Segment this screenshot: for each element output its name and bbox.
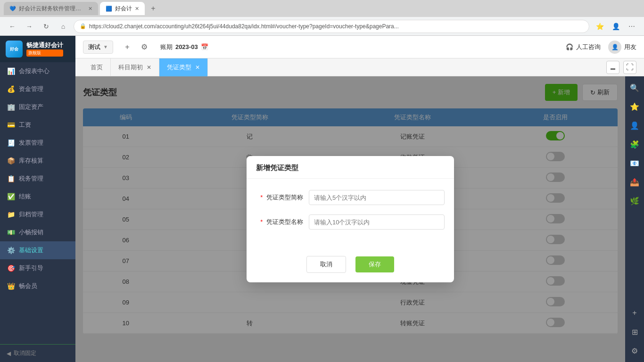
right-gear-button[interactable]: ⚙: [627, 343, 642, 358]
settings-icon: ⚙️: [7, 246, 15, 255]
sidebar: 好会 畅捷通好会计 旗舰版 📊 会报表中心 💰 资金管理 🏢 固定资产 💳: [0, 36, 75, 362]
address-bar: ← → ↻ ⌂ 🔒 https://cloud2.chanjet.com/acc…: [0, 17, 644, 36]
tab-maximize-button[interactable]: ⛶: [623, 61, 636, 74]
abbr-input[interactable]: [309, 190, 445, 205]
profile-button[interactable]: 👤: [609, 20, 622, 33]
topbar-right: 🎧 人工咨询 👤 用友: [566, 41, 636, 54]
headset-icon: 🎧: [566, 43, 573, 50]
assets-icon: 🏢: [7, 103, 15, 111]
browser-tab-2[interactable]: 🟦 好会计 ✕: [100, 2, 145, 15]
right-share-button[interactable]: 📤: [627, 174, 642, 189]
abbr-label: * 凭证类型简称: [256, 193, 303, 202]
form-row-name: * 凭证类型名称: [256, 214, 445, 230]
unpin-button[interactable]: ◀ 取消固定: [0, 344, 75, 362]
name-label: * 凭证类型名称: [256, 218, 303, 226]
lock-icon: 🔒: [80, 23, 86, 29]
user-button[interactable]: 👤 用友: [608, 41, 636, 54]
sidebar-item-assets[interactable]: 🏢 固定资产: [0, 98, 75, 116]
browser-tab-1[interactable]: 💙 好会计云财务软件管理系统_会计 ✕: [4, 2, 98, 15]
logo-badge: 旗舰版: [26, 49, 63, 57]
tab-voucher-close[interactable]: ✕: [195, 64, 200, 71]
sidebar-item-expense[interactable]: 💵 小畅报销: [0, 223, 75, 241]
sidebar-menu: 📊 会报表中心 💰 资金管理 🏢 固定资产 💳 工资 🧾 发票管理 📦: [0, 62, 75, 344]
add-button[interactable]: +: [121, 41, 134, 54]
tab-minimize-button[interactable]: 🗕: [606, 61, 619, 74]
tab-voucher[interactable]: 凭证类型 ✕: [159, 58, 208, 76]
modal-footer: 取消 保存: [247, 250, 454, 282]
main-content: 凭证类型 + 新增 ↻ 刷新: [75, 76, 625, 362]
logo-text: 畅捷通好会计: [26, 41, 63, 49]
required-star-1: *: [260, 194, 263, 201]
back-button[interactable]: ←: [6, 20, 19, 33]
cancel-button[interactable]: 取消: [306, 256, 346, 273]
more-button[interactable]: ⋯: [625, 20, 638, 33]
sidebar-item-salary[interactable]: 💳 工资: [0, 116, 75, 134]
topbar-actions: + ⚙: [121, 41, 151, 54]
sidebar-item-inventory[interactable]: 📦 库存核算: [0, 152, 75, 170]
settings-gear-button[interactable]: ⚙: [138, 41, 151, 54]
extensions-button[interactable]: ⭐: [593, 20, 606, 33]
sidebar-item-capital[interactable]: 💰 资金管理: [0, 80, 75, 98]
member-icon: 👑: [7, 282, 15, 290]
browser-tab-bar: 💙 好会计云财务软件管理系统_会计 ✕ 🟦 好会计 ✕ +: [0, 0, 644, 17]
period-info: 账期 2023-03 📅: [160, 43, 208, 51]
sidebar-item-guide[interactable]: 🎯 新手引导: [0, 259, 75, 277]
workspace-selector[interactable]: 测试 ▼: [83, 41, 113, 54]
top-bar: 测试 ▼ + ⚙ 账期 2023-03 📅 🎧 人工咨询 👤 用友: [75, 36, 644, 58]
page-tabs: 首页 科目期初 ✕ 凭证类型 ✕ 🗕 ⛶: [75, 58, 644, 76]
settle-icon: ✅: [7, 192, 15, 201]
form-row-abbr: * 凭证类型简称: [256, 190, 445, 205]
right-leaf-button[interactable]: 🌿: [627, 193, 642, 208]
home-button[interactable]: ⌂: [57, 20, 70, 33]
right-panel: 🔍 ⭐ 👤 🧩 📧 📤 🌿 + ⊞ ⚙: [625, 76, 644, 362]
expense-icon: 💵: [7, 228, 15, 237]
reports-icon: 📊: [7, 67, 15, 75]
add-voucher-modal: 新增凭证类型 * 凭证类型简称: [247, 156, 454, 282]
tab-close-2[interactable]: ✕: [135, 6, 139, 12]
inventory-icon: 📦: [7, 156, 15, 165]
sidebar-item-archive[interactable]: 📁 归档管理: [0, 206, 75, 223]
sidebar-item-tax[interactable]: 📋 税务管理: [0, 170, 75, 188]
workspace-arrow-icon: ▼: [103, 44, 108, 49]
right-search-button[interactable]: 🔍: [627, 80, 642, 95]
avatar: 👤: [608, 41, 621, 54]
right-user-button[interactable]: 👤: [627, 118, 642, 133]
sidebar-item-settle[interactable]: ✅ 结账: [0, 188, 75, 206]
sidebar-item-settings[interactable]: ⚙️ 基础设置: [0, 241, 75, 259]
salary-icon: 💳: [7, 121, 15, 129]
tab-home[interactable]: 首页: [83, 58, 111, 76]
modal-header: 新增凭证类型: [247, 156, 454, 179]
consult-button[interactable]: 🎧 人工咨询: [566, 43, 601, 51]
modal-overlay: 新增凭证类型 * 凭证类型简称: [75, 76, 625, 362]
forward-button[interactable]: →: [23, 20, 36, 33]
new-tab-button[interactable]: +: [147, 2, 160, 15]
right-table-button[interactable]: ⊞: [627, 324, 642, 339]
modal-title: 新增凭证类型: [256, 164, 298, 173]
right-outlook-button[interactable]: 📧: [627, 156, 642, 171]
calendar-icon: 📅: [201, 43, 208, 50]
tab-subject[interactable]: 科目期初 ✕: [111, 58, 159, 76]
tax-icon: 📋: [7, 174, 15, 183]
logo-icon: 好会: [6, 41, 23, 58]
app-container: 好会 畅捷通好会计 旗舰版 📊 会报表中心 💰 资金管理 🏢 固定资产 💳: [0, 36, 644, 362]
url-input[interactable]: 🔒 https://cloud2.chanjet.com/accounting/…: [74, 20, 589, 33]
sidebar-item-member[interactable]: 👑 畅会员: [0, 277, 75, 295]
tab-subject-close[interactable]: ✕: [147, 64, 151, 71]
sidebar-logo: 好会 畅捷通好会计 旗舰版: [0, 36, 75, 62]
unpin-icon: ◀: [7, 350, 11, 357]
right-plus-button[interactable]: +: [627, 305, 642, 321]
modal-body: * 凭证类型简称 * 凭证类型名称: [247, 179, 454, 250]
browser-actions: ⭐ 👤 ⋯: [593, 20, 638, 33]
right-puzzle-button[interactable]: 🧩: [627, 137, 642, 152]
capital-icon: 💰: [7, 85, 15, 93]
archive-icon: 📁: [7, 210, 15, 219]
sidebar-item-reports[interactable]: 📊 会报表中心: [0, 62, 75, 80]
sidebar-item-invoice[interactable]: 🧾 发票管理: [0, 134, 75, 152]
reload-button[interactable]: ↻: [40, 20, 53, 33]
name-input[interactable]: [309, 214, 445, 230]
guide-icon: 🎯: [7, 264, 15, 272]
save-button[interactable]: 保存: [355, 256, 394, 272]
right-star-button[interactable]: ⭐: [627, 99, 642, 114]
tab-close-1[interactable]: ✕: [88, 6, 92, 12]
tab-controls: 🗕 ⛶: [606, 61, 636, 74]
